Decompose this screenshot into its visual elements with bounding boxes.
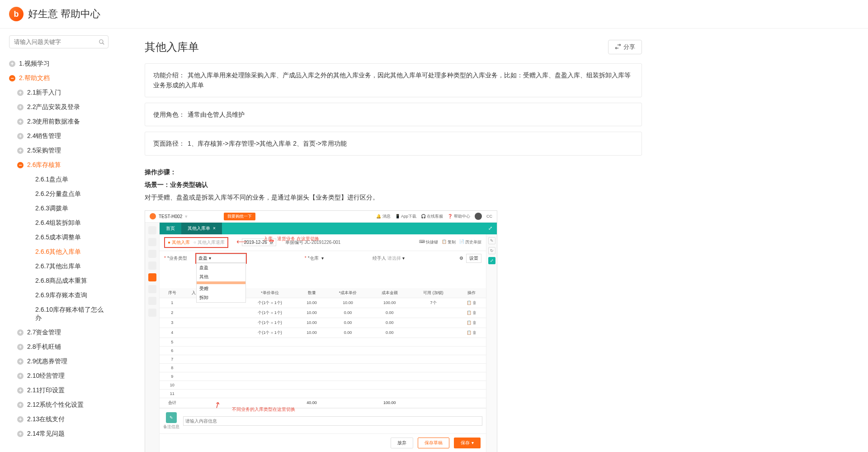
plus-icon: +	[17, 402, 24, 408]
nav-2-6-3[interactable]: 2.6.3调拨单	[9, 201, 108, 216]
ss-nav-icon-active	[148, 273, 156, 281]
plus-icon: +	[17, 90, 24, 96]
plus-icon: +	[17, 329, 24, 336]
plus-icon: +	[17, 416, 24, 423]
role-box: 使用角色：通常由仓管人员维护	[145, 103, 642, 126]
avatar-icon	[475, 213, 482, 220]
nav-2-6-6[interactable]: 2.6.6其他入库单	[9, 245, 108, 259]
rail-icon: ↻	[488, 247, 495, 254]
nav-2-2[interactable]: +2.2产品安装及登录	[9, 100, 108, 114]
nav-2-7[interactable]: +2.7资金管理	[9, 325, 108, 340]
note-tag-icon: ✎	[166, 412, 177, 423]
nav-2-6-1[interactable]: 2.6.1盘点单	[9, 172, 108, 187]
minus-icon: −	[17, 162, 24, 168]
ss-note-row: ✎ 备注信息	[160, 408, 486, 433]
share-button[interactable]: 分享	[608, 40, 642, 54]
ops-section: 操作步骤： 场景一：业务类型确认 对于受赠、盘盈或是拆装入库等不同的业务，是通过…	[145, 166, 642, 204]
plus-icon: +	[17, 133, 24, 139]
ss-right-rail: ✎ ↻ ⤢	[486, 234, 497, 452]
plus-icon: +	[17, 147, 24, 154]
ss-tabs: 首页 其他入库单× ⤢	[160, 223, 497, 234]
plus-icon: +	[17, 104, 24, 110]
intro-box: 功能介绍：其他入库单用来处理除采购入库、产成品入库之外的其他入库业务，因此其他入…	[145, 63, 642, 97]
ss-tab-home: 首页	[160, 223, 181, 234]
sidebar: +1.视频学习 −2.帮助文档 +2.1新手入门 +2.2产品安装及登录 +2.…	[0, 29, 118, 452]
title-row: 其他入库单 分享	[145, 40, 642, 54]
plus-icon: +	[17, 387, 24, 394]
rail-icon: ✎	[488, 237, 495, 244]
nav-2-13[interactable]: +2.13在线支付	[9, 412, 108, 427]
ss-draft-btn: 保存草稿	[418, 438, 449, 448]
nav-2-6[interactable]: −2.6库存核算	[9, 158, 108, 172]
ss-nav-icon	[148, 238, 156, 246]
ss-nav-icon	[148, 285, 156, 293]
ss-top-links: 🔔 消息 📱 App下载 🎧 在线客服 ❓ 帮助中心 CC	[376, 213, 492, 220]
nav-2-8[interactable]: +2.8手机旺铺	[9, 340, 108, 354]
ss-left-nav	[145, 223, 160, 452]
ss-annotation-1: 入库、退货业务 在这里切换	[264, 236, 319, 242]
plus-icon: +	[17, 344, 24, 350]
nav-help-docs[interactable]: −2.帮助文档	[9, 71, 108, 86]
search-icon[interactable]	[99, 39, 105, 45]
ss-form-row: **业务类型 盘盈 ▾ 盘盈 其他 受赠 拆卸	[160, 251, 486, 266]
gear-icon: ⚙	[459, 256, 463, 261]
svg-line-1	[103, 43, 104, 44]
nav-2-6-9[interactable]: 2.6.9库存账本查询	[9, 288, 108, 303]
nav-2-12[interactable]: +2.12系统个性化设置	[9, 398, 108, 412]
plus-icon: +	[17, 358, 24, 365]
svg-point-0	[99, 39, 103, 43]
nav-2-9[interactable]: +2.9优惠券管理	[9, 354, 108, 369]
nav-2-3[interactable]: +2.3使用前数据准备	[9, 114, 108, 129]
plus-icon: +	[17, 373, 24, 379]
app-title: 好生意 帮助中心	[28, 7, 100, 21]
nav-2-6-5[interactable]: 2.6.5成本调整单	[9, 230, 108, 245]
nav-2-14[interactable]: +2.14常见问题	[9, 427, 108, 441]
nav-2-6-7[interactable]: 2.6.7其他出库单	[9, 259, 108, 274]
expand-icon: ⤢	[484, 223, 497, 234]
rail-icon: ⤢	[488, 257, 495, 264]
ss-footer: 放弃 保存草稿 保存	[160, 433, 486, 452]
nav-2-6-4[interactable]: 2.6.4组装拆卸单	[9, 216, 108, 230]
close-icon: ×	[213, 226, 216, 231]
nav-2-10[interactable]: +2.10经营管理	[9, 369, 108, 383]
plus-icon: +	[9, 61, 15, 67]
nav-2-4[interactable]: +2.4销售管理	[9, 129, 108, 143]
ss-tab-form: 其他入库单×	[181, 223, 222, 234]
page-title: 其他入库单	[145, 40, 199, 54]
nav-2-6-8[interactable]: 2.6.8商品成本重算	[9, 274, 108, 288]
ss-dropdown: 盘盈 ▾ 盘盈 其他 受赠 拆卸	[195, 253, 247, 264]
nav-2-5[interactable]: +2.5采购管理	[9, 143, 108, 158]
logo-icon: b	[9, 7, 24, 21]
share-icon	[615, 44, 621, 50]
path-box: 页面路径：1、库存核算->库存管理->其他入库单 2、首页->常用功能	[145, 132, 642, 155]
ss-logo-icon	[150, 213, 156, 219]
nav-2-1[interactable]: +2.1新手入门	[9, 86, 108, 100]
ss-nav-icon	[148, 309, 156, 317]
ss-nav-icon	[148, 226, 156, 234]
ss-setting-btn: 设置	[466, 254, 481, 263]
plus-icon: +	[17, 119, 24, 125]
ss-table: 序号 入 规格型号 *单价单位 数量 *成本单价 成本金额 可用 (加锁) 操作	[160, 288, 486, 408]
main-content: 其他入库单 分享 功能介绍：其他入库单用来处理除采购入库、产成品入库之外的其他入…	[118, 29, 660, 452]
ss-topbar: TEST-H002 ▾ 我要购统一下 🔔 消息 📱 App下载 🎧 在线客服 ❓…	[145, 211, 497, 223]
search-input[interactable]	[9, 35, 108, 48]
nav-2-11[interactable]: +2.11打印设置	[9, 383, 108, 398]
plus-icon: +	[17, 431, 24, 437]
ss-badge: 我要购统一下	[224, 213, 255, 220]
dropdown-icon: ▾	[185, 214, 188, 219]
minus-icon: −	[9, 75, 15, 81]
ss-nav-icon	[148, 250, 156, 258]
screenshot-1: TEST-H002 ▾ 我要购统一下 🔔 消息 📱 App下载 🎧 在线客服 ❓…	[145, 210, 497, 452]
ss-note-input	[183, 416, 482, 426]
annotation-arrow-icon: ⟵	[236, 237, 247, 246]
search-box	[9, 35, 108, 48]
nav-2-6-10[interactable]: 2.6.10库存账本错了怎么办	[9, 303, 108, 325]
ss-nav-icon	[148, 297, 156, 305]
ss-toolbar: ● 其他入库 ○ 其他入库退库 ⟵ 2019-12-26 📅 入库、退货业务 在…	[160, 234, 486, 251]
ss-discard-btn: 放弃	[391, 438, 413, 448]
ss-save-btn: 保存	[454, 438, 481, 448]
nav-video-learning[interactable]: +1.视频学习	[9, 57, 108, 71]
app-header: b 好生意 帮助中心	[0, 0, 868, 29]
ss-annotation-2: 不同业务的入库类型在这里切换	[232, 406, 295, 413]
nav-2-6-2[interactable]: 2.6.2分量盘点单	[9, 187, 108, 201]
